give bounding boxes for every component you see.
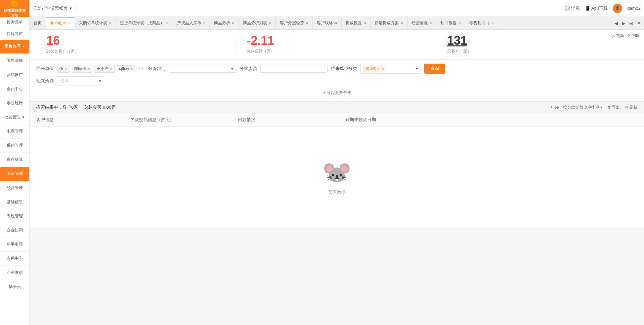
sort-select[interactable]: 排序：按欠款金额倒序排序 ▾ — [551, 105, 602, 110]
sidebar-item-operation[interactable]: 经营管理 — [0, 181, 29, 195]
logo-icon: 🟠 — [4, 0, 26, 8]
sidebar-item-purchase[interactable]: 采购管理 — [0, 139, 29, 153]
tab-new-promotion-plan-close[interactable]: ✕ — [400, 21, 403, 25]
sidebar-item-retail[interactable]: 零售管理 ▼ — [0, 40, 29, 54]
filter-tag-cjttcw: cjttcw ✕ — [117, 65, 135, 72]
sidebar-item-app-center[interactable]: 应用中心 — [0, 252, 29, 266]
refresh-button[interactable]: ↻ 刷新 — [625, 105, 637, 110]
collapse-button[interactable]: ∧ 收起更多条件 — [36, 88, 637, 97]
person-input[interactable]: ··· — [260, 65, 328, 73]
sidebar-item-member2-label: 畅会员 — [9, 284, 21, 289]
stat-total-owe-customers: ¥ 16 总欠款客户（家） — [36, 35, 237, 54]
filter-tag-wu-close[interactable]: ✕ — [65, 67, 68, 71]
balance-select[interactable]: 选择... ▾ — [57, 76, 104, 85]
sidebar-item-finance-label: 资金管理 — [7, 171, 23, 176]
tab-product-instock-label: 产成品入库单 — [177, 20, 201, 26]
tabbar: 首页 客户账本 ✕ 采购订单统计表 ✕ 进货单统计表（按商品） ✕ 产成品入库单… — [30, 17, 644, 30]
filter-more-button[interactable]: ··· — [137, 65, 145, 72]
topbar: 母婴行业演示帐套 ▾ 💬 消息 📱 App下载 👤 demo2 — [30, 0, 644, 17]
query-button[interactable]: 查询 — [424, 64, 445, 74]
tab-customer-segment-close[interactable]: ✕ — [306, 21, 308, 25]
sidebar-item-app-center-label: 应用中心 — [7, 256, 23, 261]
tab-expand-icon[interactable]: ⊞ — [628, 20, 635, 27]
tab-purchase-order-stats[interactable]: 采购订单统计表 ✕ — [75, 17, 116, 29]
tab-business-status[interactable]: 经营情况 ✕ — [407, 17, 436, 29]
tab-customer-book-close[interactable]: ✕ — [68, 22, 71, 25]
tab-next-icon[interactable]: ▶ — [620, 20, 627, 27]
table-col-customer-info: 客户信息 — [36, 117, 130, 123]
tab-profit-report-close[interactable]: ✕ — [458, 21, 461, 25]
owe-amount-text: 欠款金额 0.00元 — [84, 105, 116, 110]
tab-customer-contact[interactable]: 客户联络 ✕ — [313, 17, 342, 29]
tab-customer-contact-close[interactable]: ✕ — [335, 21, 337, 25]
tab-product-instock-close[interactable]: ✕ — [203, 21, 206, 25]
filter-tag-cjttcw-close[interactable]: ✕ — [130, 67, 133, 71]
sidebar-item-inventory[interactable]: 库存核算 — [0, 153, 29, 167]
sidebar-item-enterprise-collab[interactable]: 企业协同 — [0, 223, 29, 238]
sidebar-item-system-label: 系统管理 — [7, 214, 23, 218]
tab-retail-profit[interactable]: 零售利润（ ✕ — [465, 17, 498, 29]
sidebar-item-wholesale[interactable]: 批发管理 ▼ — [0, 110, 29, 124]
filter-tag-chen-close[interactable]: ✕ — [87, 67, 90, 71]
tab-prev-icon[interactable]: ◀ — [613, 20, 619, 27]
dept-select[interactable]: ▾ — [169, 65, 236, 73]
tab-close-all-icon[interactable]: ✕ — [636, 20, 642, 27]
tab-new-promotion-plan-label: 新增提成方案 — [375, 20, 399, 26]
avatar[interactable]: 👤 — [613, 4, 622, 13]
tab-product-instock[interactable]: 产成品入库单 ✕ — [173, 17, 210, 29]
sidebar-logo: 🟠 畅捷通好生意 标版 — [0, 0, 29, 17]
filter-tag-chen: 陈民强 ✕ — [72, 65, 92, 73]
tab-stock-stats-product-close[interactable]: ✕ — [166, 21, 169, 25]
tab-customer-segment[interactable]: 客户分层经营 ✕ — [276, 17, 313, 29]
tab-profit-report[interactable]: 利润报告 ✕ — [436, 17, 465, 29]
dept-dropdown-icon: ▾ — [231, 66, 233, 71]
collapse-up-icon: ∧ — [323, 91, 326, 95]
sidebar-quick-nav[interactable]: 快捷导航 — [0, 28, 29, 40]
tab-promotion-settings-close[interactable]: ✕ — [363, 21, 366, 25]
sidebar-item-ecommerce[interactable]: 电商管理 — [0, 124, 29, 139]
sidebar-item-retail-mall[interactable]: 零售商城 — [0, 54, 29, 68]
tab-home[interactable]: 首页 — [30, 17, 46, 29]
content-area: ¥ 16 总欠款客户（家） ✦ -2.11 欠款合计（万） 🏢 131 总客户（… — [30, 30, 644, 325]
sidebar-item-basic[interactable]: 基础信息 — [0, 195, 29, 209]
tab-product-analysis-list-close[interactable]: ✕ — [269, 21, 271, 25]
help-button[interactable]: ? 帮助 — [628, 33, 639, 39]
sidebar-item-system[interactable]: 系统管理 — [0, 209, 29, 223]
tab-retail-profit-close[interactable]: ✕ — [491, 21, 494, 25]
message-icon: 💬 — [565, 6, 570, 11]
tab-customer-book[interactable]: 客户账本 ✕ — [46, 17, 75, 29]
sidebar-item-member2[interactable]: 畅会员 — [0, 280, 29, 294]
export-button[interactable]: ⬆ 导出 — [607, 105, 620, 110]
app-download-button[interactable]: 📱 App下载 — [585, 5, 608, 11]
sidebar-item-finance[interactable]: 资金管理 — [0, 167, 29, 181]
tab-business-status-close[interactable]: ✕ — [429, 21, 432, 25]
tab-product-analysis[interactable]: 商品分析 ✕ — [210, 17, 239, 29]
sidebar-item-marketing[interactable]: 营销推广 — [0, 68, 29, 82]
tab-promotion-settings[interactable]: 提成设置 ✕ — [342, 17, 371, 29]
tab-new-promotion-plan[interactable]: 新增提成方案 ✕ — [371, 17, 407, 29]
message-button[interactable]: 💬 消息 — [565, 5, 580, 11]
tab-customer-segment-label: 客户分层经营 — [280, 20, 304, 26]
filter-tag-wang: 王小亮 ✕ — [94, 65, 115, 73]
sidebar-item-retail-stats[interactable]: 零售统计 — [0, 96, 29, 110]
tab-product-analysis-list[interactable]: 商品分析列表 ✕ — [239, 17, 276, 29]
store-name: 母婴行业演示帐套 — [33, 5, 68, 11]
sidebar-item-member[interactable]: 会员中心 — [0, 82, 29, 96]
tab-stock-stats-product[interactable]: 进货单统计表（按商品） ✕ — [116, 17, 173, 29]
customer-type-remove[interactable]: ✕ — [381, 67, 384, 71]
tab-purchase-order-stats-close[interactable]: ✕ — [109, 21, 112, 25]
sidebar-item-new-guide[interactable]: 新手引导 — [0, 238, 29, 252]
help-icon: ? — [628, 34, 630, 38]
tab-product-analysis-close[interactable]: ✕ — [232, 21, 234, 25]
tab-customer-book-label: 客户账本 — [50, 21, 66, 26]
sidebar-item-operation-label: 经营管理 — [7, 185, 23, 190]
filter-area: 往来单位 伍 ✕ 陈民强 ✕ 王小亮 ✕ cjttcw — [30, 60, 644, 102]
unit-type-select[interactable]: 普通客户 ✕ ▾ — [360, 64, 421, 74]
filter-tag-wang-close[interactable]: ✕ — [110, 67, 113, 71]
sidebar-item-enterprise-wechat[interactable]: 企业微信 — [0, 266, 29, 280]
video-button[interactable]: ▷ 视频 — [612, 33, 624, 39]
dropdown-arrow-icon[interactable]: ▾ — [70, 6, 72, 11]
export-icon: ⬆ — [607, 105, 611, 110]
app-download-icon: 📱 — [585, 6, 590, 11]
sidebar-search[interactable]: 搜索菜单 — [0, 17, 29, 28]
